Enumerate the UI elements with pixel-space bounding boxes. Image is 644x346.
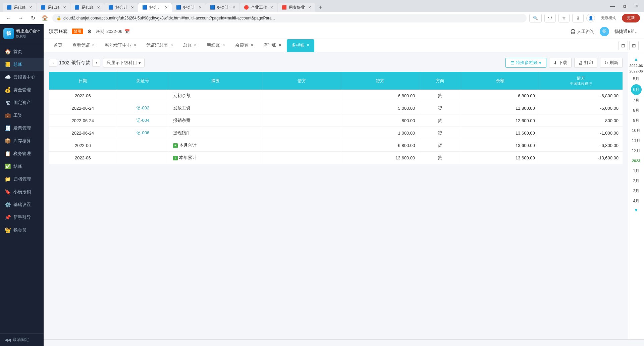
download-icon: ⬇: [553, 60, 557, 65]
sidebar-item-总账[interactable]: 📒总账: [0, 58, 44, 71]
month-scroll-down[interactable]: ▼: [631, 206, 642, 214]
month-item[interactable]: 7月: [630, 96, 643, 105]
multi-column-button[interactable]: ☰ 特殊多栏账 ▾: [505, 58, 546, 68]
new-tab-button[interactable]: +: [316, 3, 325, 12]
sidebar-item-资金管理[interactable]: 💰资金管理: [0, 84, 44, 96]
month-item[interactable]: 12月: [630, 146, 643, 155]
sidebar-item-工资[interactable]: 💼工资: [0, 109, 44, 122]
month-scroll-up[interactable]: ▲: [631, 55, 642, 63]
browser-tab[interactable]: 🟦易代账✕: [3, 3, 36, 12]
consultant-button[interactable]: 🎧 人工咨询: [570, 29, 594, 35]
month-item[interactable]: 2月: [630, 176, 643, 186]
browser-tab[interactable]: 🟦好会计✕: [104, 3, 138, 12]
forward-btn[interactable]: →: [16, 13, 25, 23]
tab-close-icon[interactable]: ✕: [170, 43, 173, 47]
month-item[interactable]: 2023: [630, 156, 643, 165]
prev-account-btn[interactable]: ‹: [49, 59, 57, 67]
sidebar-item-库存核算[interactable]: 📦库存核算: [0, 135, 44, 147]
month-item[interactable]: 3月: [630, 186, 643, 196]
incognito-label: 无痕模式: [598, 14, 619, 22]
sidebar-item-新手引导[interactable]: 📌新手引导: [0, 211, 44, 224]
extra-cell: -13,600.00: [539, 152, 623, 164]
browser-tab[interactable]: 🟥用友好业✕: [278, 3, 315, 12]
sidebar-item-云报表中心[interactable]: ☁️云报表中心: [0, 71, 44, 84]
star-icon[interactable]: ☆: [558, 14, 570, 22]
print-button[interactable]: 🖨 打印: [574, 58, 597, 68]
tab-close-icon[interactable]: ✕: [194, 43, 197, 47]
page-tab-首页[interactable]: 首页: [49, 39, 67, 52]
page-tab-多栏账[interactable]: 多栏账✕: [287, 39, 314, 52]
next-account-btn[interactable]: ›: [92, 59, 100, 67]
tab-expand-btn[interactable]: ⊞: [629, 41, 639, 50]
page-tab-序时账[interactable]: 序时账✕: [259, 39, 286, 52]
tab-close-icon[interactable]: ✕: [92, 43, 95, 47]
page-tab-明细账[interactable]: 明细账✕: [202, 39, 230, 52]
sidebar-item-基础设置[interactable]: ⚙️基础设置: [0, 198, 44, 211]
back-btn[interactable]: ←: [4, 13, 13, 23]
browser-tab[interactable]: 🟦好会计✕: [172, 3, 206, 12]
page-tab-智能凭证中心[interactable]: 智能凭证中心✕: [100, 39, 141, 52]
reload-btn[interactable]: ↻: [28, 13, 38, 23]
sidebar-header: 畅 畅捷通好会计 旗舰版: [0, 24, 44, 43]
sidebar-item-固定资产[interactable]: 🏗固定资产: [0, 96, 44, 109]
month-item[interactable]: 6月: [631, 84, 642, 95]
bottom-bar: [44, 339, 644, 346]
page-tab-凭证汇总表[interactable]: 凭证汇总表✕: [142, 39, 178, 52]
cast-icon[interactable]: 🖥: [572, 14, 584, 22]
browser-tab[interactable]: 🟦好会计✕: [138, 3, 172, 12]
logo-sub: 旗舰版: [16, 34, 40, 39]
sidebar-item-发票管理[interactable]: 🧾发票管理: [0, 122, 44, 135]
tab-close-icon[interactable]: ✕: [133, 43, 136, 47]
search-icon[interactable]: 🔍: [529, 14, 542, 22]
month-item[interactable]: 1月: [630, 166, 643, 176]
consultant-label: 人工咨询: [577, 29, 594, 35]
month-item[interactable]: 8月: [630, 106, 643, 115]
tab-close-icon[interactable]: ✕: [278, 43, 281, 47]
page-tab-查看凭证[interactable]: 查看凭证✕: [68, 39, 100, 52]
table-row: 2022-06 期初余额 6,800.00 贷 6,800.00 -6,800.…: [49, 90, 623, 102]
browser-tab[interactable]: 🟦易代账✕: [37, 3, 70, 12]
tab-close-icon[interactable]: ✕: [250, 43, 253, 47]
maximize-btn[interactable]: ⧉: [620, 1, 629, 11]
url-input[interactable]: 🔒 cloud2.chanjet.com/accounting/uh26t264…: [52, 14, 527, 22]
date-cell: 2022-06: [49, 90, 117, 102]
month-item[interactable]: 9月: [630, 116, 643, 125]
page-tab-余额表[interactable]: 余额表✕: [230, 39, 258, 52]
month-item[interactable]: 10月: [630, 126, 643, 135]
gear-icon[interactable]: ⚙: [87, 29, 92, 35]
month-item[interactable]: 5月: [630, 74, 643, 84]
sidebar-footer[interactable]: ◀◀ 取消固定: [0, 333, 44, 346]
page-tab-总账[interactable]: 总账✕: [178, 39, 202, 52]
voucher-link[interactable]: 记-002: [136, 105, 149, 110]
sub-filter-dropdown[interactable]: 只显示下级科目 ▾: [103, 58, 145, 67]
sidebar-item-首页[interactable]: 🏠首页: [0, 45, 44, 58]
credit-cell: 800.00: [341, 114, 419, 127]
download-button[interactable]: ⬇ 下载: [549, 58, 572, 68]
summary-icon: +: [173, 143, 178, 148]
nav-label: 结账: [13, 163, 22, 169]
browser-tab[interactable]: 🟦易代账✕: [70, 3, 104, 12]
sidebar-item-归档管理[interactable]: 📁归档管理: [0, 173, 44, 186]
month-item[interactable]: 11月: [630, 136, 643, 145]
browser-tab[interactable]: 🔴企业工作✕: [240, 3, 277, 12]
update-button[interactable]: 更新: [622, 14, 640, 22]
tab-close-icon[interactable]: ✕: [307, 43, 310, 47]
calendar-icon[interactable]: 📅: [124, 29, 130, 34]
user-profile-btn[interactable]: 👤: [586, 14, 595, 22]
tab-close-icon[interactable]: ✕: [222, 43, 225, 47]
home-btn[interactable]: 🏠: [40, 13, 50, 23]
close-btn[interactable]: ✕: [632, 1, 641, 11]
browser-tab[interactable]: 🟦好会计✕: [206, 3, 239, 12]
sidebar-item-结账[interactable]: ✅结账: [0, 160, 44, 173]
shield-icon[interactable]: 🛡: [544, 14, 556, 22]
voucher-link[interactable]: 记-006: [136, 130, 149, 135]
sidebar-item-小畅报销[interactable]: 🔖小畅报销: [0, 186, 44, 198]
refresh-button[interactable]: ↻ 刷新: [600, 58, 623, 68]
tab-collapse-left[interactable]: ⊟: [619, 41, 628, 50]
month-item[interactable]: 4月: [630, 196, 643, 206]
sidebar-item-税务管理[interactable]: 📋税务管理: [0, 147, 44, 160]
account-badge: 禁用: [72, 29, 83, 34]
voucher-link[interactable]: 记-004: [136, 118, 149, 123]
sidebar-item-畅会员[interactable]: 👑畅会员: [0, 224, 44, 237]
minimize-btn[interactable]: —: [608, 1, 617, 11]
